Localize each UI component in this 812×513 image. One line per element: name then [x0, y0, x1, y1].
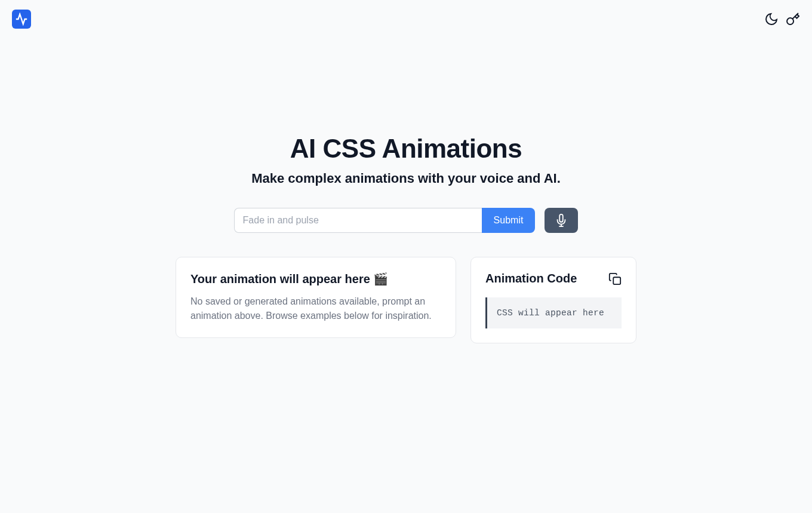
microphone-icon	[555, 214, 568, 227]
input-group: Submit	[234, 208, 536, 233]
theme-toggle-button[interactable]	[764, 12, 779, 26]
preview-card-description: No saved or generated animations availab…	[190, 294, 441, 323]
api-key-button[interactable]	[786, 12, 800, 26]
animation-preview-card: Your animation will appear here 🎬 No sav…	[176, 257, 456, 338]
copy-icon	[608, 272, 622, 285]
prompt-input[interactable]	[234, 208, 482, 233]
page-subtitle: Make complex animations with your voice …	[251, 171, 561, 186]
main-content: AI CSS Animations Make complex animation…	[0, 38, 812, 343]
copy-code-button[interactable]	[608, 272, 622, 285]
svg-rect-2	[613, 277, 620, 284]
cards-row: Your animation will appear here 🎬 No sav…	[176, 257, 636, 343]
code-output: CSS will appear here	[485, 297, 622, 328]
header-icons	[764, 12, 800, 26]
code-card-title: Animation Code	[485, 272, 577, 285]
input-row: Submit	[234, 208, 579, 233]
code-card-header: Animation Code	[485, 272, 622, 285]
submit-button[interactable]: Submit	[482, 208, 536, 233]
key-icon	[786, 12, 800, 26]
microphone-button[interactable]	[545, 208, 578, 233]
preview-card-title: Your animation will appear here 🎬	[190, 272, 441, 286]
page-title: AI CSS Animations	[290, 134, 522, 164]
logo[interactable]	[12, 10, 31, 29]
moon-icon	[764, 12, 779, 26]
animation-code-card: Animation Code CSS will appear here	[470, 257, 636, 343]
activity-icon	[15, 13, 28, 26]
header	[0, 0, 812, 38]
